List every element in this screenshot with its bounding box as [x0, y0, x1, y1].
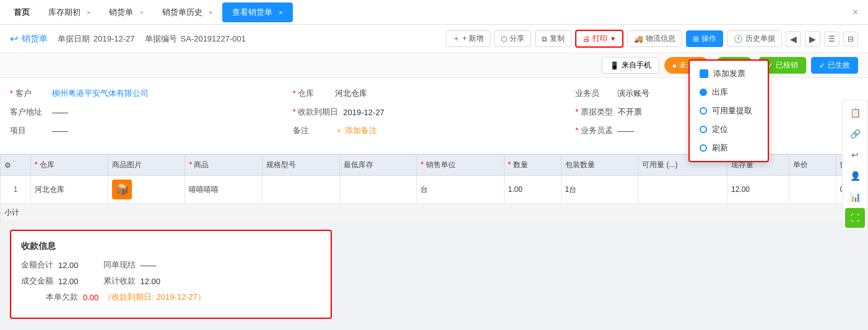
copy-button[interactable]: ⧉ 复制 [535, 30, 571, 47]
th-img: 商品图片 [108, 155, 185, 176]
tab-home-label: 首页 [14, 7, 30, 18]
note-add: ＋ 添加备注 [335, 125, 378, 136]
add-icon: ＋ [453, 33, 460, 44]
shengxiao-button[interactable]: ✓ 已生效 [811, 57, 858, 74]
add-label: + 新增 [462, 33, 484, 44]
next-button[interactable]: ▶ [805, 31, 820, 47]
available-extract-label: 可用量提取 [712, 105, 752, 116]
share-button[interactable]: ⬡ 分享 [494, 30, 531, 47]
same-settle-value: —— [141, 261, 157, 270]
wuliu-button[interactable]: 🚚 物流信息 [627, 30, 682, 47]
th-settings[interactable]: ⚙ [1, 155, 31, 176]
tab-xiaohuo-label: 销货单 [109, 7, 133, 18]
received-value: 12.00 [141, 277, 161, 286]
menu-refresh[interactable]: 刷新 [690, 139, 768, 157]
menu-outbound[interactable]: 出库 [690, 83, 768, 102]
grid-icon: ⊞ [693, 35, 699, 43]
customer-label: 客户 [10, 88, 47, 99]
add-invoice-label: 添加发票 [713, 68, 745, 79]
wuliu-label: 物流信息 [646, 33, 675, 44]
menu-locate[interactable]: 定位 [690, 120, 768, 139]
customer-value[interactable]: 柳州粤港平安气体有限公司 [52, 88, 149, 99]
th-pack-qty: 包装数量 [561, 155, 638, 176]
shengxiao-label: 已生效 [828, 60, 850, 71]
copy-icon: ⧉ [542, 35, 547, 43]
print-icon: 🖨 [583, 35, 590, 43]
address-label: 客户地址 [10, 106, 47, 118]
row-pack-qty: 1台 [561, 176, 638, 204]
doc-meta: 单据日期 2019-12-27 单据编号 SA-20191227-001 [58, 33, 246, 45]
subtotal-row: 小计 [1, 204, 868, 222]
right-sidebar: 📋 🔗 ↩ 👤 📊 ⛶ [842, 100, 868, 231]
total-label: 金额合计 [21, 259, 53, 271]
locate-label: 定位 [712, 124, 728, 135]
menu-available-extract[interactable]: 可用量提取 [690, 102, 768, 120]
share-icon: ⬡ [501, 35, 507, 43]
history-icon: 🕐 [734, 35, 743, 43]
payment-date-label: 收款到期日 [293, 106, 339, 118]
customer-field: 客户 柳州粤港平安气体有限公司 [10, 88, 293, 99]
warehouse-field: 仓库 河北仓库 [293, 88, 576, 99]
laizi-icon: 📱 [610, 61, 619, 70]
prev-button[interactable]: ◀ [786, 31, 801, 47]
product-image: 📦 [112, 180, 132, 199]
print-button[interactable]: 🖨 打印 ▼ [575, 30, 623, 48]
window-close[interactable]: × [848, 7, 863, 18]
row-qty: 1.00 [504, 176, 561, 204]
sidebar-icon-expand[interactable]: ⛶ [845, 208, 865, 228]
laizi-button[interactable]: 📱 来自手机 [602, 57, 659, 74]
tab-xiaohuo[interactable]: 销货单 × [100, 2, 152, 22]
tab-kucun-close[interactable]: × [87, 9, 90, 16]
tab-kucun[interactable]: 库存期初 × [40, 2, 99, 22]
dropdown-menu: 添加发票 出库 可用量提取 定位 刷新 [688, 59, 769, 162]
row-available [638, 176, 727, 204]
sidebar-icon-1[interactable]: 📋 [845, 103, 865, 123]
ticket-type-label: 票据类型 [575, 106, 613, 118]
sidebar-icon-5[interactable]: 📊 [845, 187, 865, 207]
sidebar-icon-3[interactable]: ↩ [845, 145, 865, 165]
th-warehouse: 仓库 [31, 155, 108, 176]
row-product: 嘻嘻嘻嘻 [185, 176, 263, 204]
ticket-type-value: 不开票 [618, 106, 642, 118]
tab-history-close[interactable]: × [209, 9, 212, 16]
th-product: 商品 [185, 155, 263, 176]
note-field: 备注 ＋ 添加备注 [293, 125, 576, 136]
th-min-stock: 最低库存 [339, 155, 417, 176]
row-min-stock [339, 176, 417, 204]
refresh-label: 刷新 [712, 142, 728, 154]
tab-query[interactable]: 查看销货单 × [222, 2, 292, 22]
row-img: 📦 [108, 176, 185, 204]
list-view-button[interactable]: ☰ [824, 32, 840, 46]
doc-date-field: 单据日期 2019-12-27 [58, 33, 135, 45]
add-invoice-icon [700, 69, 708, 78]
grid-view-button[interactable]: ⊟ [843, 32, 858, 46]
tab-home[interactable]: 首页 [5, 2, 38, 22]
received-label: 累计收款 [103, 276, 136, 287]
sidebar-icon-2[interactable]: 🔗 [845, 124, 865, 144]
note-add-label[interactable]: 添加备注 [345, 126, 377, 135]
caozuo-button[interactable]: ⊞ 操作 [686, 30, 723, 47]
available-extract-icon [700, 107, 707, 115]
row-price [789, 176, 836, 204]
tab-bar: 首页 库存期初 × 销货单 × 销货单历史 × 查看销货单 × × [0, 0, 868, 25]
menu-add-invoice[interactable]: 添加发票 [690, 64, 768, 83]
tab-history[interactable]: 销货单历史 × [154, 2, 221, 22]
th-unit: 销售单位 [417, 155, 504, 176]
payment-section: 收款信息 金额合计 12.00 同单现结 —— 成交金额 12.00 累计收款 [10, 230, 332, 319]
table-row: 1 河北仓库 📦 嘻嘻嘻嘻 台 1.00 1台 12.00 [1, 176, 868, 204]
address-field: 客户地址 —— [10, 106, 293, 118]
note-label: 备注 [293, 125, 330, 136]
add-button[interactable]: ＋ + 新增 [446, 30, 490, 47]
row-num: 1 [1, 176, 31, 204]
laizi-label: 来自手机 [622, 60, 651, 71]
refresh-icon [700, 144, 707, 152]
owe-label: 本单欠款 [46, 292, 78, 303]
subtotal-label: 小计 [4, 208, 19, 217]
sidebar-icon-4[interactable]: 👤 [845, 166, 865, 186]
history-button[interactable]: 🕐 历史单据 [727, 30, 782, 47]
print-label: 打印 [592, 33, 607, 44]
tab-query-close[interactable]: × [279, 9, 282, 16]
th-spec: 规格型号 [263, 155, 340, 176]
tab-xiaohuo-close[interactable]: × [139, 9, 143, 16]
weikai-icon: ● [672, 61, 677, 70]
